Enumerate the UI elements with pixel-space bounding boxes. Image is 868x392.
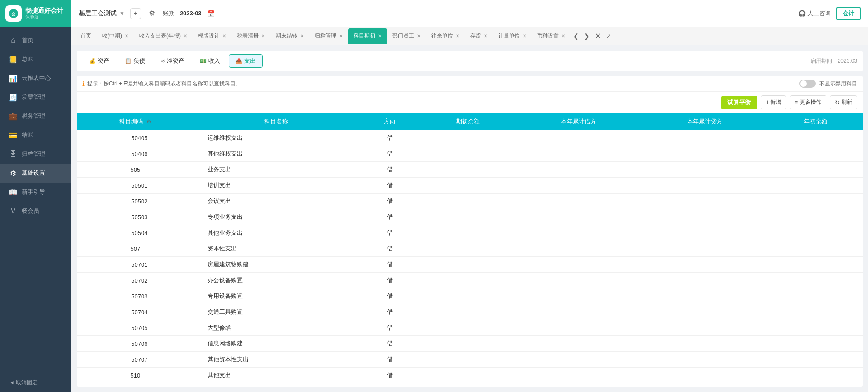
tab-close-dept[interactable]: ✕ [417,33,420,38]
tab-next-button[interactable]: ❯ [581,31,592,42]
sidebar-item-archive[interactable]: 🗄归档管理 [0,145,71,164]
table-header-1: 科目名称 [194,113,359,130]
tab-close-period_end[interactable]: ✕ [300,33,304,38]
tab-home[interactable]: 首页 [75,28,97,44]
table-row[interactable]: 50706 信息网络购建 借 [77,336,863,352]
cell-opening-0 [421,130,515,146]
sidebar-item-invoice[interactable]: 🧾发票管理 [0,88,71,107]
tab-expand-button[interactable]: ⤢ [603,31,614,42]
table-row[interactable]: 510 其他支出 借 [77,368,863,383]
more-button[interactable]: ≡ 更多操作 [790,95,826,109]
sidebar-item-settings[interactable]: ⚙基础设置 [0,164,71,183]
sidebar-item-settle[interactable]: 💳结账 [0,126,71,145]
tab-template[interactable]: 模版设计✕ [193,28,231,44]
cell-code-4: 50502 [77,194,194,209]
sub-tab-asset[interactable]: 💰资产 [82,54,116,68]
table-row[interactable]: 50702 办公设备购置 借 [77,273,863,288]
table-row[interactable]: 50502 会议支出 借 [77,194,863,209]
tab-close-currency[interactable]: ✕ [561,33,565,38]
tab-label-income: 收入支出表(年报) [139,32,181,40]
settings-icon[interactable]: ⚙ [146,8,157,19]
table-row[interactable]: 50406 其他维权支出 借 [77,146,863,162]
sidebar-item-guide[interactable]: 📖新手引导 [0,183,71,202]
sub-tab-label-liability: 负债 [133,57,145,65]
table-row[interactable]: 50703 专用设备购置 借 [77,288,863,304]
tax-icon: 💼 [9,112,17,120]
table-row[interactable]: 50707 其他资本性支出 借 [77,352,863,368]
table-row[interactable]: 505 业务支出 借 [77,162,863,178]
cell-name-0: 运维维权支出 [194,130,359,146]
sidebar-item-member[interactable]: V畅会员 [0,202,71,221]
sidebar-item-tax[interactable]: 💼税务管理 [0,107,71,126]
sub-tab-income[interactable]: 💵收入 [193,54,227,68]
cell-opening-7 [421,241,515,257]
main-area: 基层工会测试 ▼ + ⚙ 账期 2023-03 📅 🎧 人工咨询 会计 首页收(… [71,0,868,392]
tab-currency[interactable]: 币种设置✕ [532,28,571,44]
sidebar-item-report[interactable]: 📊云报表中心 [0,69,71,88]
add-button[interactable]: + 新增 [761,95,786,109]
tab-tax[interactable]: 税表清册✕ [231,28,270,44]
tab-period_end[interactable]: 期末结转✕ [270,28,309,44]
tab-close-all-button[interactable]: ✕ [592,31,603,42]
add-project-button[interactable]: + [130,8,141,19]
table-row[interactable]: 50405 运维维权支出 借 [77,130,863,146]
table-row[interactable]: 507 资本性支出 借 [77,241,863,257]
cell-code-1: 50406 [77,146,194,162]
cell-direction-2: 借 [359,162,421,178]
tab-close-archive[interactable]: ✕ [339,33,343,38]
cell-opening-8 [421,257,515,273]
cell-direction-9: 借 [359,273,421,288]
hint-icon: ℹ [82,80,85,87]
table-row[interactable]: 50501 培训支出 借 [77,178,863,194]
sub-tab-liability[interactable]: 📋负债 [118,54,152,68]
tab-interim[interactable]: 收(中期)✕ [97,28,134,44]
cell-direction-10: 借 [359,288,421,304]
calendar-icon[interactable]: 📅 [207,10,215,17]
sub-tab-icon-expense: 📤 [236,58,242,64]
tab-close-counterpart[interactable]: ✕ [456,33,459,38]
guide-label: 新手引导 [22,188,45,196]
cell-ytd-debit-12 [515,320,642,336]
cell-opening-9 [421,273,515,288]
tab-archive[interactable]: 归档管理✕ [309,28,348,44]
support-button[interactable]: 🎧 人工咨询 [798,9,831,18]
tab-counterpart[interactable]: 往来单位✕ [426,28,465,44]
toggle-disabled-subjects[interactable] [799,80,816,88]
sidebar-item-home[interactable]: ⌂首页 [0,31,71,50]
cell-opening-11 [421,304,515,320]
more-label: 更多操作 [800,99,821,106]
sidebar-cancel-pin[interactable]: ◄ 取消固定 [0,373,71,392]
sidebar-item-ledger[interactable]: 📒总账 [0,50,71,69]
ledger-icon: 📒 [9,55,17,63]
tab-income[interactable]: 收入支出表(年报)✕ [134,28,193,44]
tab-dept[interactable]: 部门员工✕ [387,28,426,44]
cell-ytd-debit-15 [515,368,642,383]
table-row[interactable]: 50701 房屋建筑物购建 借 [77,257,863,273]
table-row[interactable]: 50704 交通工具购置 借 [77,304,863,320]
tab-close-tax[interactable]: ✕ [261,33,265,38]
sub-tab-expense[interactable]: 📤支出 [229,54,263,68]
cell-code-0: 50405 [77,130,194,146]
cell-opening-4 [421,194,515,209]
table-row[interactable]: 50503 专项业务支出 借 [77,209,863,225]
tab-close-interim[interactable]: ✕ [125,33,128,38]
tab-close-subject_init[interactable]: ✕ [378,33,382,38]
column-settings-icon[interactable]: ⚙ [145,118,151,125]
sub-tab-bar: 💰资产📋负债≋净资产💵收入📤支出启用期间：2023.03 [77,51,863,71]
tab-close-template[interactable]: ✕ [222,33,226,38]
refresh-button[interactable]: ↻ 刷新 [830,95,857,109]
sub-tab-net_asset[interactable]: ≋净资产 [154,54,191,68]
tab-close-inventory[interactable]: ✕ [484,33,487,38]
tab-close-unit[interactable]: ✕ [523,33,526,38]
tab-unit[interactable]: 计量单位✕ [493,28,532,44]
tab-inventory[interactable]: 存货✕ [465,28,493,44]
table-row[interactable]: 50504 其他业务支出 借 [77,225,863,241]
project-dropdown-icon[interactable]: ▼ [119,10,125,17]
tab-prev-button[interactable]: ❮ [571,31,581,42]
tab-subject_init[interactable]: 科目期初✕ [348,28,387,44]
tab-close-income[interactable]: ✕ [184,33,187,38]
table-row[interactable]: 50705 大型修缮 借 [77,320,863,336]
sidebar-nav: ⌂首页📒总账📊云报表中心🧾发票管理💼税务管理💳结账🗄归档管理⚙基础设置📖新手引导… [0,27,71,373]
account-button[interactable]: 会计 [836,7,861,20]
balance-button[interactable]: 试算平衡 [721,96,757,109]
